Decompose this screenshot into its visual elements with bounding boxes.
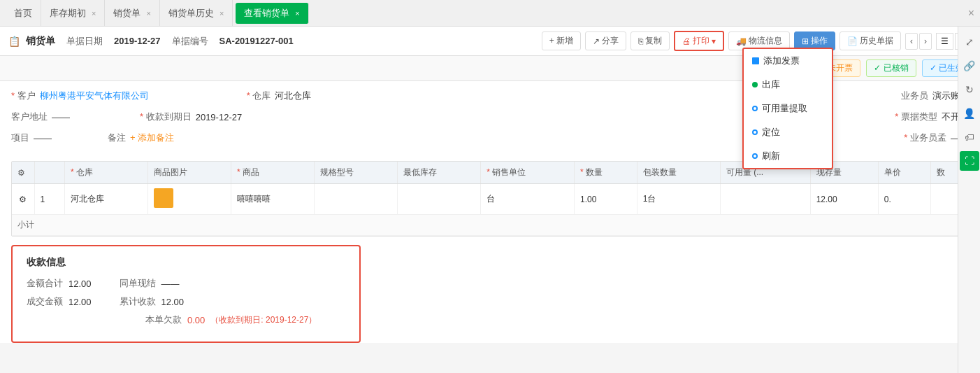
tab-inventory-close[interactable]: × [92, 9, 96, 17]
copy-label: 复制 [645, 35, 662, 47]
history-button[interactable]: 📄 历史单据 [840, 31, 901, 50]
row-qty: 1.00 [574, 184, 637, 215]
total-amount-value: 12.00 [69, 279, 92, 289]
add-invoice-item[interactable]: 添加发票 [744, 49, 832, 73]
new-button[interactable]: + 新增 [542, 31, 581, 50]
sidebar-link-icon[interactable]: 🔗 [960, 56, 979, 76]
warehouse-field: 仓库 河北仓库 [247, 90, 312, 102]
tab-view-sales[interactable]: 查看销货单 × [236, 3, 308, 24]
operations-dropdown: 添加发票 出库 可用量提取 定位 刷新 [742, 48, 833, 169]
number-label: 单据编号 [172, 35, 208, 48]
tab-inventory-label: 库存期初 [50, 7, 86, 20]
refresh-item[interactable]: 刷新 [744, 144, 832, 168]
check-icon: ✓ [874, 63, 881, 73]
list-view-button[interactable]: ☰ [936, 33, 953, 50]
project-field: 项目 —— [11, 132, 52, 144]
tab-view-sales-close[interactable]: × [295, 9, 299, 17]
share-icon: ↗ [593, 36, 600, 46]
row-current-stock: 12.00 [810, 184, 878, 215]
sidebar-expand-icon[interactable]: ⤢ [960, 32, 979, 52]
tab-view-sales-label: 查看销货单 [244, 7, 289, 20]
nav-arrows: ‹ › [905, 33, 932, 50]
cumulative-value: 12.00 [161, 297, 185, 307]
row-no: 1 [34, 184, 64, 215]
next-button[interactable]: › [919, 33, 932, 50]
warehouse-value: 河北仓库 [275, 90, 311, 102]
sidebar-user-icon[interactable]: 👤 [960, 104, 979, 123]
customer-value[interactable]: 柳州粤港平安气体有限公司 [40, 90, 149, 102]
close-window-button[interactable]: × [968, 7, 974, 20]
th-warehouse: 仓库 [64, 162, 147, 184]
tab-sales-order[interactable]: 销货单 × [105, 0, 159, 27]
warehouse-label: 仓库 [247, 90, 271, 102]
th-gear: ⚙ [12, 162, 34, 184]
refresh-icon [752, 153, 758, 159]
operate-label: 操作 [811, 35, 828, 47]
tab-sales-close[interactable]: × [146, 9, 150, 17]
available-qty-item[interactable]: 可用量提取 [744, 97, 832, 120]
available-qty-icon [752, 106, 758, 111]
salesperson-label: 业务员孟 [904, 132, 946, 144]
doc-icon: 📋 [8, 36, 20, 47]
th-unit: 销售单位 [481, 162, 575, 184]
date-label: 单据日期 [66, 35, 103, 48]
balance-value: 0.00 [187, 315, 205, 325]
tab-sales-label: 销货单 [113, 7, 140, 20]
project-label: 项目 [11, 132, 29, 144]
tab-inventory-init[interactable]: 库存期初 × [41, 0, 105, 27]
row-product: 嘻嘻嘻嘻 [231, 184, 315, 215]
sidebar-rotate-icon[interactable]: ↻ [960, 80, 979, 99]
print-button[interactable]: 🖨 打印 ▾ [674, 31, 724, 51]
tab-history-label: 销货单历史 [168, 7, 214, 20]
tab-history-close[interactable]: × [219, 9, 224, 17]
locate-icon [752, 129, 758, 135]
available-qty-label: 可用量提取 [762, 102, 807, 115]
check-label: 已核销 [884, 63, 909, 73]
row-unit-price: 0. [878, 184, 930, 215]
balance-label: 本单欠款 [145, 314, 182, 326]
row-min-stock [398, 184, 481, 215]
effect-icon: ✓ [930, 63, 937, 73]
locate-item[interactable]: 定位 [744, 120, 832, 144]
summary-row-3: 本单欠款 0.00 （收款到期日: 2019-12-27） [27, 314, 345, 326]
print-dropdown-arrow: ▾ [712, 36, 716, 46]
print-label: 打印 [693, 35, 709, 47]
number-value: SA-20191227-001 [219, 36, 294, 46]
cumulative-payment-item: 累计收款 12.00 [120, 295, 185, 308]
table-row: ⚙ 1 河北仓库 嘻嘻嘻嘻 台 1.00 1台 12.00 0. [12, 184, 968, 215]
cumulative-label: 累计收款 [120, 295, 156, 308]
tab-bar: 首页 库存期初 × 销货单 × 销货单历史 × 查看销货单 × × [0, 0, 980, 27]
data-table-container: ⚙ 仓库 商品图片 商品 规格型号 最低库存 销售单位 数量 包装数量 可用量 … [11, 161, 969, 237]
operate-icon: ⊞ [802, 36, 809, 46]
outbound-label: 出库 [762, 78, 780, 91]
deal-amount-item: 成交金额 12.00 [27, 295, 92, 308]
tab-sales-history[interactable]: 销货单历史 × [160, 0, 233, 27]
th-min-stock: 最低库存 [398, 162, 481, 184]
refresh-label: 刷新 [762, 150, 780, 162]
employee-label: 业务员 [901, 90, 928, 102]
doc-meta: 单据日期 2019-12-27 单据编号 SA-20191227-001 [66, 35, 294, 48]
note-field: 备注 添加备注 [108, 132, 174, 144]
row-gear[interactable]: ⚙ [12, 184, 34, 215]
add-note-button[interactable]: 添加备注 [130, 132, 174, 144]
summary-section: 收款信息 金额合计 12.00 同单现结 —— 成交金额 12.00 累计收款 … [11, 245, 361, 343]
total-amount-item: 金额合计 12.00 [27, 277, 92, 290]
summary-title: 收款信息 [27, 256, 345, 269]
subtotal-row: 小计 [12, 215, 968, 236]
sidebar-fullscreen-icon[interactable]: ⛶ [960, 151, 979, 171]
tab-home[interactable]: 首页 [6, 0, 41, 27]
subtotal-label: 小计 [12, 215, 968, 236]
sidebar-tag-icon[interactable]: 🏷 [960, 127, 979, 147]
outbound-item[interactable]: 出库 [744, 73, 832, 97]
locate-label: 定位 [762, 126, 780, 139]
prev-button[interactable]: ‹ [905, 33, 918, 50]
customer-label: 客户 [11, 90, 36, 102]
share-button[interactable]: ↗ 分享 [585, 31, 626, 50]
row-available [720, 184, 810, 215]
check-badge[interactable]: ✓ 已核销 [866, 59, 916, 77]
total-amount-label: 金额合计 [27, 277, 63, 290]
ticket-type-label: 票据类型 [895, 111, 937, 123]
product-thumbnail [154, 188, 173, 208]
copy-button[interactable]: ⎘ 复制 [630, 31, 670, 50]
logistics-label: 物流信息 [749, 35, 782, 47]
